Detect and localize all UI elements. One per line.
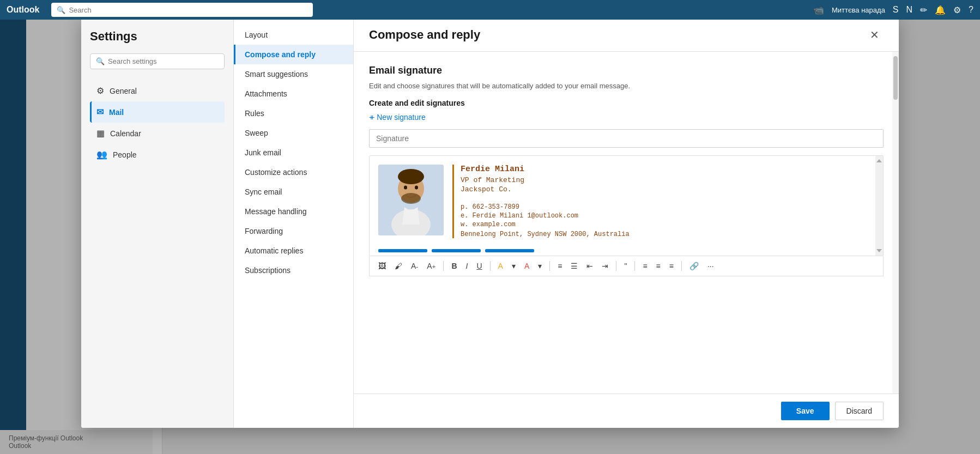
menu-item-smart-suggestions[interactable]: Smart suggestions [234, 64, 353, 84]
onenote-icon[interactable]: N [906, 5, 913, 15]
menu-item-subscriptions[interactable]: Subscriptions [234, 261, 353, 280]
italic-button[interactable]: I [463, 259, 471, 273]
menu-item-automatic-replies[interactable]: Automatic replies [234, 241, 353, 261]
create-edit-label: Create and edit signatures [369, 99, 884, 107]
calendar-icon: ▦ [96, 128, 105, 138]
bell-icon[interactable]: 🔔 [935, 5, 946, 15]
page-title: Compose and reply [369, 28, 480, 42]
email-signature-title: Email signature [369, 65, 884, 76]
sig-phone: p. 662-353-7899 [461, 203, 870, 211]
sig-email: e. Ferdie Milani 1@outlook.com [461, 212, 870, 220]
settings-search-box[interactable]: 🔍 [90, 53, 225, 69]
sig-company: Jackspot Co. [461, 185, 870, 193]
top-search-box[interactable]: 🔍 [51, 3, 313, 17]
toolbar-divider-1 [443, 261, 444, 271]
sidebar-item-people[interactable]: 👥 People [90, 144, 225, 165]
sidebar-item-mail[interactable]: ✉ Mail [90, 101, 225, 123]
content-header: Compose and reply ✕ [354, 16, 899, 52]
toolbar-divider-5 [634, 261, 635, 271]
menu-item-attachments[interactable]: Attachments [234, 84, 353, 104]
insert-image-button[interactable]: 🖼 [375, 259, 389, 273]
font-color-button[interactable]: A [521, 259, 533, 273]
discard-button[interactable]: Discard [835, 402, 884, 420]
gear-icon: ⚙ [96, 86, 104, 96]
bullets-button[interactable]: ≡ [554, 259, 565, 273]
toolbar-divider-4 [616, 261, 616, 271]
person-avatar [378, 165, 444, 235]
blue-bar-row [370, 247, 883, 256]
increase-indent-button[interactable]: ⇥ [598, 259, 612, 273]
font-size-decrease-button[interactable]: A- [408, 259, 421, 273]
settings-menu: Layout Compose and reply Smart suggestio… [234, 16, 354, 428]
main-scrollbar[interactable] [892, 52, 899, 394]
content-body: Email signature Edit and choose signatur… [354, 52, 899, 394]
menu-item-layout[interactable]: Layout [234, 25, 353, 45]
settings-modal: Settings 🔍 ⚙ General ✉ Mail ▦ Calendar 👥… [81, 16, 899, 428]
save-button[interactable]: Save [781, 402, 830, 420]
search-icon: 🔍 [96, 57, 105, 65]
toolbar-divider-6 [681, 261, 682, 271]
signature-photo [378, 165, 444, 235]
menu-item-message-handling[interactable]: Message handling [234, 202, 353, 221]
highlight-dropdown-button[interactable]: ▾ [509, 259, 519, 273]
skype-icon[interactable]: S [893, 5, 899, 15]
signature-name-input[interactable] [369, 129, 884, 148]
format-clear-button[interactable]: 🖌 [391, 259, 406, 273]
menu-item-forwarding[interactable]: Forwarding [234, 221, 353, 241]
more-button[interactable]: ··· [704, 259, 717, 273]
menu-item-rules[interactable]: Rules [234, 104, 353, 123]
menu-item-sync-email[interactable]: Sync email [234, 182, 353, 202]
new-signature-button[interactable]: + + New signature [369, 113, 426, 122]
highlight-button[interactable]: A [495, 259, 506, 273]
menu-item-junk-email[interactable]: Junk email [234, 143, 353, 162]
decrease-indent-button[interactable]: ⇤ [583, 259, 596, 273]
sidebar-item-label-people: People [113, 150, 137, 159]
menu-item-customize-actions[interactable]: Customize actions [234, 162, 353, 182]
scroll-thumb [893, 56, 898, 100]
sidebar-item-general[interactable]: ⚙ General [90, 80, 225, 101]
settings-icon[interactable]: ⚙ [953, 5, 961, 15]
sidebar-item-calendar[interactable]: ▦ Calendar [90, 123, 225, 144]
quote-button[interactable]: " [621, 259, 630, 273]
align-center-button[interactable]: ≡ [653, 259, 664, 273]
svg-point-6 [415, 186, 418, 190]
sidebar-item-label-calendar: Calendar [110, 129, 141, 138]
sig-scrollbar[interactable] [875, 156, 883, 256]
svg-point-3 [401, 193, 421, 204]
align-left-button[interactable]: ≡ [639, 259, 650, 273]
blue-bar-1 [378, 249, 427, 252]
top-bar-right: 📹 Миттєва нарада S N ✏ 🔔 ⚙ ? [813, 5, 973, 15]
sig-website: w. example.com [461, 221, 870, 228]
link-button[interactable]: 🔗 [686, 259, 702, 273]
menu-item-compose-reply[interactable]: Compose and reply [234, 45, 353, 64]
scroll-up-arrow [876, 159, 882, 162]
settings-search-input[interactable] [108, 57, 219, 65]
signature-text: Ferdie Milani VP of Marketing Jackspot C… [452, 165, 870, 238]
sig-address: Bennelong Point, Sydney NSW 2000, Austra… [461, 231, 870, 238]
font-color-dropdown-button[interactable]: ▾ [535, 259, 545, 273]
signature-card-wrapper: Ferdie Milani VP of Marketing Jackspot C… [369, 155, 884, 256]
content-footer: Save Discard [354, 394, 899, 428]
font-size-increase-button[interactable]: A+ [424, 259, 439, 273]
app-logo: Outlook [7, 5, 39, 15]
menu-item-sweep[interactable]: Sweep [234, 123, 353, 143]
sig-role: VP of Marketing [461, 176, 870, 184]
toolbar-divider-3 [549, 261, 550, 271]
toolbar-divider-2 [490, 261, 491, 271]
email-signature-desc: Edit and choose signatures that will be … [369, 82, 884, 90]
video-icon[interactable]: 📹 [813, 5, 824, 15]
settings-sidebar: Settings 🔍 ⚙ General ✉ Mail ▦ Calendar 👥… [81, 16, 234, 428]
underline-button[interactable]: U [473, 259, 485, 273]
bold-button[interactable]: B [448, 259, 460, 273]
settings-content: Compose and reply ✕ Email signature Edit… [354, 16, 899, 428]
numbered-list-button[interactable]: ☰ [567, 259, 581, 273]
top-search-input[interactable] [69, 6, 307, 14]
blue-bar-3 [485, 249, 534, 252]
blue-bar-2 [432, 249, 481, 252]
signature-card: Ferdie Milani VP of Marketing Jackspot C… [370, 156, 883, 247]
align-right-button[interactable]: ≡ [666, 259, 677, 273]
close-button[interactable]: ✕ [866, 26, 884, 44]
scroll-down-arrow [876, 249, 882, 252]
feedback-icon[interactable]: ✏ [920, 5, 927, 15]
help-icon[interactable]: ? [969, 5, 973, 15]
